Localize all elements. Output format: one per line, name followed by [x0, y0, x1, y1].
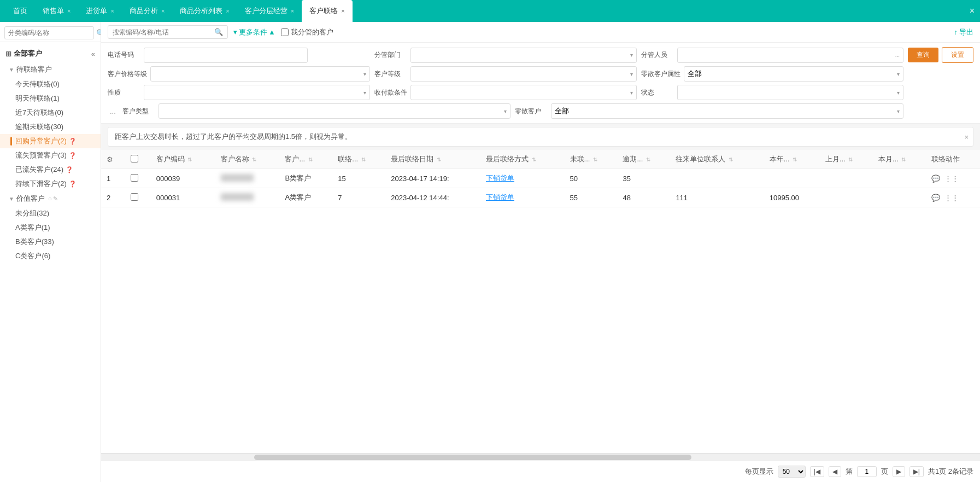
close-purchase-tab[interactable]: × [110, 8, 114, 14]
search-icon[interactable]: 🔍 [214, 28, 223, 36]
horizontal-scrollbar[interactable] [101, 453, 980, 461]
sidebar-item-overdue[interactable]: 逾期未联络(30) [0, 120, 101, 134]
th-checkbox[interactable] [125, 150, 151, 169]
more-icon-1[interactable]: ⋮⋮ [944, 175, 959, 183]
sort-name-icon[interactable]: ⇅ [252, 156, 256, 162]
close-customer-contact-tab[interactable]: × [341, 8, 344, 14]
pending-contact-header[interactable]: ▼ 待联络客户 [0, 62, 101, 77]
sidebar-collapse-icon[interactable]: « [91, 50, 95, 58]
sidebar-item-7days[interactable]: 近7天待联络(0) [0, 106, 101, 120]
th-last-contact-date[interactable]: 最后联络日期 ⇅ [385, 150, 480, 169]
contact-icon-1[interactable]: 💬 [931, 175, 940, 183]
link-method-1[interactable]: 下销货单 [486, 174, 514, 182]
payment-terms-select[interactable]: ▾ [410, 85, 637, 100]
sort-code-icon[interactable]: ⇅ [187, 156, 192, 162]
th-settings[interactable]: ⚙ [101, 150, 125, 169]
th-customer-type[interactable]: 客户... ⇅ [279, 150, 332, 169]
sort-thismonth-icon[interactable]: ⇅ [901, 156, 906, 162]
more-conditions-btn[interactable]: ▾ 更多条件 ▲ [233, 27, 275, 37]
sidebar-item-class-a[interactable]: A类客户(1) [0, 220, 101, 235]
settings-button[interactable]: 设置 [942, 47, 973, 63]
sidebar-item-class-b[interactable]: B类客户(33) [0, 235, 101, 249]
th-contact-count[interactable]: 联络... ⇅ [332, 150, 385, 169]
nav-home[interactable]: 首页 [5, 0, 35, 22]
th-this-year[interactable]: 本年... ⇅ [764, 150, 820, 169]
query-button[interactable]: 查询 [908, 48, 938, 62]
sidebar-search-icon[interactable]: 🔍 [96, 29, 101, 37]
next-page-btn[interactable]: ▶ [893, 466, 905, 477]
page-number-input[interactable] [857, 466, 877, 477]
sort-method-icon[interactable]: ⇅ [532, 156, 536, 162]
th-unit-contact[interactable]: 往来单位联系人 ⇅ [670, 150, 764, 169]
close-tooltip-icon[interactable]: × [964, 133, 969, 141]
export-button[interactable]: ↑ 导出 [954, 27, 974, 37]
sidebar-item-today[interactable]: 今天待联络(0) [0, 77, 101, 91]
customer-type-select[interactable]: ▾ [159, 103, 511, 119]
department-select[interactable]: ▾ [410, 48, 637, 63]
th-last-month[interactable]: 上月... ⇅ [820, 150, 873, 169]
last-page-btn[interactable]: ▶| [909, 466, 924, 477]
sidebar-item-declining[interactable]: 持续下滑客户(2) ❓ [0, 177, 101, 191]
table-settings-button[interactable]: ⚙ [107, 155, 113, 164]
close-sales-tab[interactable]: × [67, 8, 71, 14]
th-this-month[interactable]: 本月... ⇅ [873, 150, 926, 169]
row-1-checkbox[interactable] [131, 174, 138, 182]
retail-attr-select[interactable]: 全部 ▾ [684, 66, 903, 82]
nav-product-analysis-list[interactable]: 商品分析列表 × [172, 0, 237, 22]
nav-purchase[interactable]: 进货单 × [78, 0, 121, 22]
sidebar-item-repurchase-abnormal[interactable]: 回购异常客户(2) ❓ [0, 134, 101, 148]
sidebar-item-ungrouped[interactable]: 未分组(32) [0, 206, 101, 220]
nav-customer-tier[interactable]: 客户分层经营 × [237, 0, 302, 22]
sort-unpaid-icon[interactable]: ⇅ [593, 156, 597, 162]
cell-method-2[interactable]: 下销货单 [480, 188, 565, 207]
scrollbar-thumb[interactable] [254, 455, 691, 460]
sort-overdue-icon[interactable]: ⇅ [646, 156, 650, 162]
first-page-btn[interactable]: |◀ [810, 466, 824, 477]
nav-sales[interactable]: 销售单 × [35, 0, 78, 22]
retail-customer-select[interactable]: 全部 ▾ [551, 103, 903, 119]
sort-lastmonth-icon[interactable]: ⇅ [848, 156, 853, 162]
sort-date-icon[interactable]: ⇅ [437, 156, 441, 162]
more-icon-2[interactable]: ⋮⋮ [944, 194, 959, 202]
th-last-contact-method[interactable]: 最后联络方式 ⇅ [480, 150, 565, 169]
close-all-tabs[interactable]: × [970, 6, 975, 16]
close-customer-tier-tab[interactable]: × [291, 8, 294, 14]
prev-page-btn[interactable]: ◀ [829, 466, 841, 477]
main-search-input[interactable] [113, 28, 214, 36]
sort-year-icon[interactable]: ⇅ [793, 156, 797, 162]
select-all-checkbox[interactable] [131, 155, 138, 162]
tree-root-all-customers[interactable]: ⊞ 全部客户 « [0, 45, 101, 62]
customer-level-select[interactable]: ▾ [410, 66, 637, 82]
sidebar-item-churn-warning[interactable]: 流失预警客户(3) ❓ [0, 148, 101, 162]
gender-select[interactable]: ▾ [144, 85, 370, 100]
nav-product-analysis[interactable]: 商品分析 × [122, 0, 172, 22]
cell-checkbox-2[interactable] [125, 188, 151, 207]
row-2-checkbox[interactable] [131, 193, 138, 201]
edit-icon[interactable]: ✎ [53, 195, 58, 202]
link-method-2[interactable]: 下销货单 [486, 193, 514, 201]
sort-unit-icon[interactable]: ⇅ [729, 156, 733, 162]
value-customer-header[interactable]: ▼ 价值客户 ○ ✎ [0, 191, 101, 206]
sidebar-item-class-c[interactable]: C类客户(6) [0, 249, 101, 263]
close-product-analysis-tab[interactable]: × [161, 8, 165, 14]
circle-icon[interactable]: ○ [48, 195, 52, 202]
sidebar-item-churned[interactable]: 已流失客户(24) ❓ [0, 162, 101, 177]
th-unpaid[interactable]: 未联... ⇅ [565, 150, 618, 169]
cell-method-1[interactable]: 下销货单 [480, 169, 565, 188]
contact-icon-2[interactable]: 💬 [931, 194, 940, 202]
phone-input[interactable] [144, 48, 308, 63]
close-product-analysis-list-tab[interactable]: × [226, 8, 229, 14]
sidebar-item-tomorrow[interactable]: 明天待联络(1) [0, 91, 101, 106]
per-page-select[interactable]: 50 20 100 200 [778, 466, 806, 478]
th-overdue[interactable]: 逾期... ⇅ [617, 150, 670, 169]
th-customer-name[interactable]: 客户名称 ⇅ [215, 150, 280, 169]
status-select[interactable]: ▾ [677, 85, 903, 100]
cell-checkbox-1[interactable] [125, 169, 151, 188]
sort-type-icon[interactable]: ⇅ [308, 156, 313, 162]
th-customer-code[interactable]: 客户编码 ⇅ [151, 150, 215, 169]
sidebar-search-input[interactable] [4, 26, 94, 39]
manager-select[interactable]: ... [677, 48, 903, 63]
nav-customer-contact[interactable]: 客户联络 × [302, 0, 352, 22]
price-level-select[interactable]: ▾ [150, 66, 370, 82]
sort-contact-icon[interactable]: ⇅ [361, 156, 366, 162]
